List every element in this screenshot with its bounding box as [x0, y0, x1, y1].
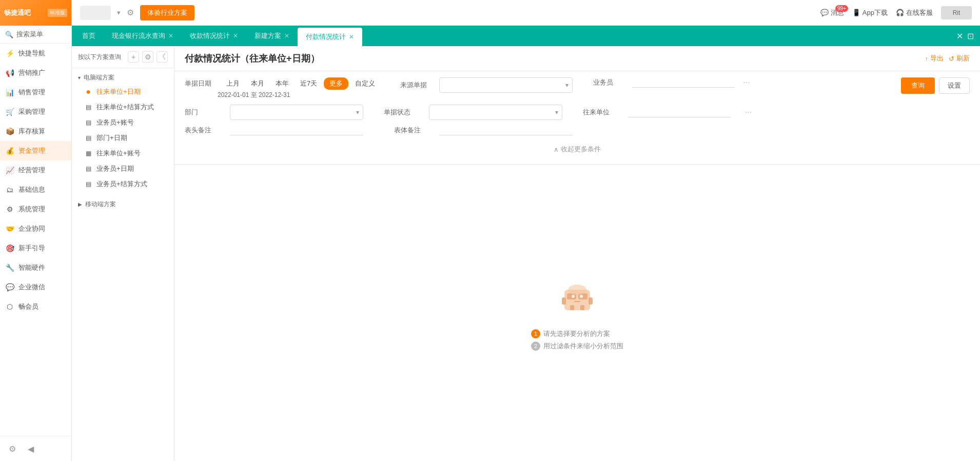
collapse-btn[interactable]: ∧ 收起更多条件	[185, 141, 970, 158]
schema-item-label: 往来单位+结算方式	[96, 103, 154, 112]
tab-cash-flow[interactable]: 现金银行流水查询 ✕	[104, 26, 182, 46]
dept-label: 部门	[185, 108, 215, 117]
schema-item-partner-account[interactable]: ▦ 往来单位+账号	[72, 146, 174, 161]
schema-settings-btn[interactable]: ⚙	[142, 51, 153, 63]
query-btn[interactable]: 查询	[901, 77, 935, 94]
schema-item-dept-date[interactable]: ▤ 部门+日期	[72, 130, 174, 146]
export-btn[interactable]: ↑ 导出	[925, 54, 944, 63]
schema-item-staff-date[interactable]: ▤ 业务员+日期	[72, 161, 174, 176]
date-this-year[interactable]: 本年	[271, 77, 293, 90]
tab-new-schema-close[interactable]: ✕	[284, 32, 289, 39]
schema-panel: 按以下方案查询 + ⚙ 《 ▾ 电脑端方案 ● 往来单位+日期 ▤	[72, 46, 174, 461]
basic-icon: 🗂	[5, 185, 14, 194]
partner-more-btn[interactable]: ···	[745, 108, 752, 117]
sidebar-item-enterprise[interactable]: 🤝 企业协同	[0, 219, 71, 238]
sidebar-item-basic[interactable]: 🗂 基础信息	[0, 180, 71, 199]
empty-tip-1: 1 请先选择要分析的方案	[531, 329, 623, 338]
schema-item-label: 往来单位+日期	[96, 87, 141, 96]
sidebar-item-label: 智能硬件	[18, 263, 45, 272]
filter-row-1: 单据日期 上月 本月 本年 近7天 更多 自定义 2022-01-0	[185, 77, 970, 99]
sidebar-item-member[interactable]: ⬡ 畅会员	[0, 297, 71, 316]
staff-more-btn[interactable]: ···	[743, 78, 750, 87]
filter-settings-btn[interactable]: 设置	[939, 77, 970, 94]
sidebar-settings-btn[interactable]: ⚙	[5, 442, 19, 456]
sidebar-item-guide[interactable]: 🎯 新手引导	[0, 238, 71, 258]
sidebar-item-sales[interactable]: 📊 销售管理	[0, 83, 71, 102]
tab-home-label: 首页	[82, 31, 95, 41]
user-name: Rit	[953, 9, 961, 16]
empty-state: 1 请先选择要分析的方案 2 用过滤条件来缩小分析范围	[174, 165, 980, 461]
system-icon: ⚙	[5, 205, 14, 214]
schema-item-staff-account[interactable]: ▤ 业务员+账号	[72, 115, 174, 130]
date-this-month[interactable]: 本月	[246, 77, 269, 90]
table-header-note-label: 表头备注	[185, 126, 215, 135]
schema-icon-3: ▤	[84, 134, 92, 142]
topbar-settings-icon[interactable]: ⚙	[127, 8, 134, 17]
schema-icon-1: ▤	[84, 103, 92, 111]
status-select[interactable]	[429, 105, 562, 120]
tab-cash-flow-close[interactable]: ✕	[168, 32, 173, 39]
sidebar-item-quick-nav[interactable]: ⚡ 快捷导航	[0, 44, 71, 63]
sidebar-item-label: 库存核算	[18, 127, 45, 136]
tab-home[interactable]: 首页	[74, 26, 104, 46]
refresh-btn[interactable]: ↺ 刷新	[949, 54, 970, 63]
mobile-group-title[interactable]: ▶ 移动端方案	[72, 198, 174, 211]
add-schema-btn[interactable]: +	[128, 51, 139, 63]
sidebar-item-label: 快捷导航	[18, 49, 45, 58]
partner-input[interactable]	[628, 107, 731, 117]
date-last-7[interactable]: 近7天	[296, 77, 322, 90]
online-service-btn[interactable]: 🎧 在线客服	[896, 8, 933, 17]
tab-receipt-stats[interactable]: 收款情况统计 ✕	[182, 26, 246, 46]
search-icon: 🔍	[5, 31, 13, 38]
schema-item-staff-settle[interactable]: ▤ 业务员+结算方式	[72, 176, 174, 192]
user-avatar[interactable]: Rit	[941, 6, 972, 19]
tab-payment-stats-close[interactable]: ✕	[349, 33, 354, 41]
messages-btn[interactable]: 💬 消息 99+	[820, 8, 844, 17]
sidebar-collapse-btn[interactable]: ◀	[24, 442, 38, 456]
schema-item-partner-date[interactable]: ● 往来单位+日期	[72, 84, 174, 99]
sidebar-item-operation[interactable]: 📈 经营管理	[0, 161, 71, 180]
svg-rect-4	[580, 305, 584, 310]
tip-text-2: 用过滤条件来缩小分析范围	[543, 342, 623, 351]
date-more[interactable]: 更多	[324, 77, 348, 90]
app-download-btn[interactable]: 📱 App下载	[852, 8, 888, 17]
tab-payment-stats[interactable]: 付款情况统计 ✕	[298, 28, 362, 46]
filter-row-3: 表头备注 表体备注	[185, 125, 970, 135]
topbar-dropdown-arrow[interactable]: ▾	[117, 9, 121, 16]
mobile-group-arrow: ▶	[78, 202, 82, 207]
date-last-month[interactable]: 上月	[222, 77, 244, 90]
sidebar-item-hardware[interactable]: 🔧 智能硬件	[0, 258, 71, 277]
date-options: 上月 本月 本年 近7天 更多 自定义	[222, 77, 380, 90]
source-select[interactable]	[439, 77, 573, 93]
schema-collapse-btn[interactable]: 《	[156, 51, 168, 63]
quick-nav-icon: ⚡	[5, 49, 14, 58]
tab-new-schema-label: 新建方案	[254, 31, 281, 41]
staff-input[interactable]	[632, 77, 735, 88]
sidebar-search[interactable]: 🔍 搜索菜单	[0, 26, 71, 44]
sidebar-item-system[interactable]: ⚙ 系统管理	[0, 199, 71, 219]
sidebar-item-marketing[interactable]: 📢 营销推广	[0, 63, 71, 83]
desktop-group-title[interactable]: ▾ 电脑端方案	[72, 71, 174, 84]
window-close-btn[interactable]: ✕	[956, 31, 963, 41]
sidebar-logo: 畅捷通吧	[4, 8, 31, 17]
sidebar-item-finance[interactable]: 💰 资金管理	[0, 141, 71, 161]
sidebar-item-purchase[interactable]: 🛒 采购管理	[0, 102, 71, 122]
tab-new-schema[interactable]: 新建方案 ✕	[246, 26, 298, 46]
window-maximize-btn[interactable]: ⊡	[967, 31, 974, 41]
hardware-icon: 🔧	[5, 263, 14, 272]
table-header-note-input[interactable]	[230, 125, 363, 135]
schema-item-partner-settle[interactable]: ▤ 往来单位+结算方式	[72, 99, 174, 115]
date-label: 单据日期	[185, 79, 215, 88]
dept-select[interactable]	[230, 105, 363, 120]
main-area: ▾ ⚙ 体验行业方案 💬 消息 99+ 📱 App下载 🎧 在线客服 Rit	[72, 0, 980, 461]
sidebar-item-wechat[interactable]: 💬 企业微信	[0, 277, 71, 297]
tab-receipt-stats-close[interactable]: ✕	[233, 32, 238, 39]
trial-btn[interactable]: 体验行业方案	[140, 5, 194, 21]
date-custom[interactable]: 自定义	[350, 77, 380, 90]
sidebar: 畅捷通吧 标准版 🔍 搜索菜单 ⚡ 快捷导航 📢 营销推广 📊 销售管理 🛒 采…	[0, 0, 72, 461]
table-body-note-input[interactable]	[439, 125, 573, 135]
desktop-group-label: 电脑端方案	[84, 73, 114, 82]
marketing-icon: 📢	[5, 68, 14, 77]
collapse-label: 收起更多条件	[561, 145, 601, 154]
sidebar-item-inventory[interactable]: 📦 库存核算	[0, 122, 71, 141]
